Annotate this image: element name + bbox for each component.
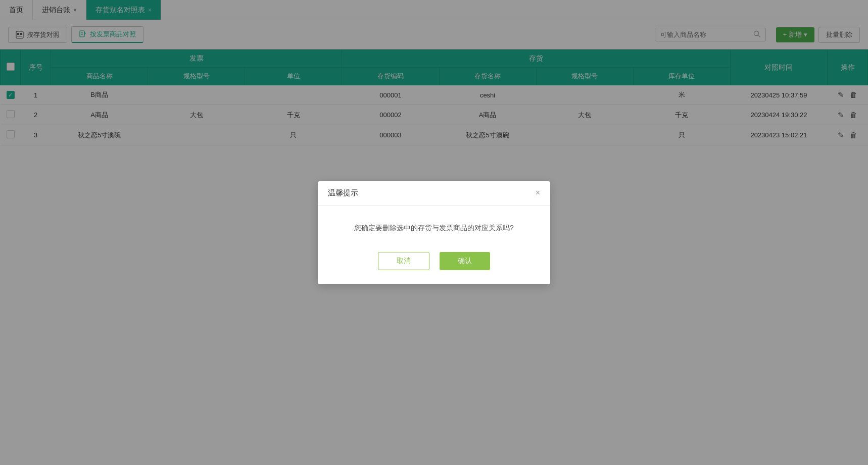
dialog-body: 您确定要删除选中的存货与发票商品的对应关系吗? <box>318 205 550 247</box>
dialog-footer: 取消 确认 <box>318 247 550 284</box>
dialog-overlay: 温馨提示 × 您确定要删除选中的存货与发票商品的对应关系吗? 取消 确认 <box>0 0 868 465</box>
confirm-dialog: 温馨提示 × 您确定要删除选中的存货与发票商品的对应关系吗? 取消 确认 <box>318 181 550 284</box>
dialog-message: 您确定要删除选中的存货与发票商品的对应关系吗? <box>354 224 514 232</box>
cancel-button[interactable]: 取消 <box>378 252 429 270</box>
dialog-close-button[interactable]: × <box>536 189 540 197</box>
dialog-header: 温馨提示 × <box>318 181 550 205</box>
confirm-button[interactable]: 确认 <box>440 252 490 270</box>
dialog-title: 温馨提示 <box>328 188 358 198</box>
